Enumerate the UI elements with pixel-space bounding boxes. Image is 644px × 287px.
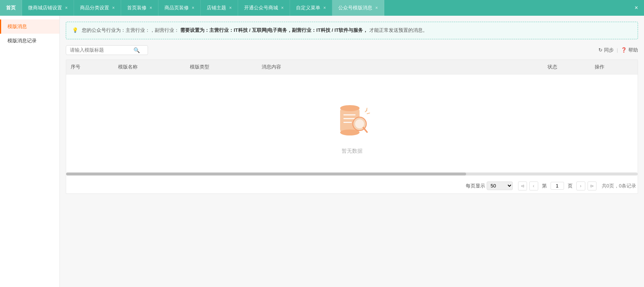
next-page-button[interactable]: ›: [576, 181, 585, 190]
toolbar-right: ↻ 同步 | ❓ 帮助: [598, 47, 638, 54]
notice-icon: 💡: [72, 27, 78, 33]
first-page-button[interactable]: ⊲: [518, 181, 527, 190]
table-header: 序号 模版名称 模版类型 消息内容 状态 操作: [66, 60, 638, 74]
empty-illustration: [330, 97, 375, 142]
close-tab-category[interactable]: ×: [112, 5, 115, 10]
sidebar: 模版消息 模版消息记录: [0, 16, 60, 287]
svg-line-11: [367, 113, 370, 114]
close-tab-product-decor[interactable]: ×: [192, 5, 194, 10]
notice-box: 💡 您的公众号行业为：主营行业：，副营行业： 需要设置为：主营行业：IT科技 /…: [66, 22, 638, 39]
page-number-input[interactable]: [551, 182, 564, 190]
tab-home-decor[interactable]: 首页装修 ×: [121, 0, 158, 16]
empty-text: 暂无数据: [342, 148, 363, 155]
tab-mall[interactable]: 开通公众号商城 ×: [238, 0, 290, 16]
tab-theme[interactable]: 店铺主题 ×: [201, 0, 238, 16]
sync-icon: ↻: [598, 47, 603, 53]
tab-weidian[interactable]: 微商城店铺设置 ×: [22, 0, 74, 16]
col-status: 状态: [543, 60, 591, 74]
tab-bar: 首页 微商城店铺设置 × 商品分类设置 × 首页装修 × 商品页装修 × 店铺主…: [0, 0, 644, 16]
svg-point-2: [340, 105, 360, 111]
help-icon: ❓: [621, 47, 627, 53]
per-page-select[interactable]: 每页显示 50 10 20 100: [466, 181, 513, 190]
close-tab-weidian[interactable]: ×: [65, 5, 68, 10]
table-header-row: 序号 模版名称 模版类型 消息内容 状态 操作: [66, 60, 638, 74]
sidebar-item-template-msg[interactable]: 模版消息: [0, 19, 59, 34]
prev-page-button[interactable]: ‹: [529, 181, 538, 190]
col-name: 模版名称: [114, 60, 185, 74]
col-content: 消息内容: [257, 60, 543, 74]
tab-home[interactable]: 首页: [0, 0, 22, 16]
last-page-button[interactable]: ⊳: [588, 181, 597, 190]
close-tab-menu[interactable]: ×: [323, 5, 326, 10]
tab-menu[interactable]: 自定义菜单 ×: [290, 0, 332, 16]
close-tab-home-decor[interactable]: ×: [150, 5, 152, 10]
search-input-wrap[interactable]: 🔍: [66, 45, 148, 55]
col-type: 模版类型: [185, 60, 257, 74]
empty-state: 暂无数据: [66, 74, 638, 170]
pagination: 每页显示 50 10 20 100 ⊲ ‹ 第 页 › ⊳ 共0页，0条记录: [66, 178, 638, 193]
scrollbar-thumb[interactable]: [66, 172, 466, 175]
search-row: 🔍 ↻ 同步 | ❓ 帮助: [66, 45, 638, 55]
tab-category[interactable]: 商品分类设置 ×: [74, 0, 121, 16]
tab-product-decor[interactable]: 商品页装修 ×: [158, 0, 201, 16]
col-action: 操作: [590, 60, 638, 74]
table-body: 暂无数据: [66, 74, 638, 170]
search-input[interactable]: [70, 47, 133, 53]
toolbar-divider: |: [617, 47, 618, 53]
page-total: 共0页，0条记录: [602, 183, 636, 189]
close-tab-template-msg[interactable]: ×: [375, 5, 378, 10]
tab-template-msg[interactable]: 公众号模版消息 ×: [332, 0, 384, 16]
table-container: 序号 模版名称 模版类型 消息内容 状态 操作: [66, 59, 638, 194]
main-layout: 模版消息 模版消息记录 💡 您的公众号行业为：主营行业：，副营行业： 需要设置为…: [0, 16, 644, 287]
data-table: 序号 模版名称 模版类型 消息内容 状态 操作: [66, 60, 638, 170]
content-area: 💡 您的公众号行业为：主营行业：，副营行业： 需要设置为：主营行业：IT科技 /…: [60, 16, 644, 287]
svg-line-12: [366, 108, 367, 111]
col-index: 序号: [66, 60, 114, 74]
sidebar-item-template-record[interactable]: 模版消息记录: [0, 34, 59, 48]
horizontal-scrollbar[interactable]: [66, 172, 638, 175]
close-tab-mall[interactable]: ×: [281, 5, 284, 10]
svg-point-8: [355, 119, 364, 128]
close-tab-theme[interactable]: ×: [229, 5, 232, 10]
search-icon[interactable]: 🔍: [133, 47, 140, 53]
empty-state-row: 暂无数据: [66, 74, 638, 170]
per-page-dropdown[interactable]: 50 10 20 100: [487, 181, 513, 190]
help-button[interactable]: ❓ 帮助: [621, 47, 638, 54]
close-all-tabs[interactable]: ×: [629, 4, 644, 11]
sync-button[interactable]: ↻ 同步: [598, 47, 614, 54]
